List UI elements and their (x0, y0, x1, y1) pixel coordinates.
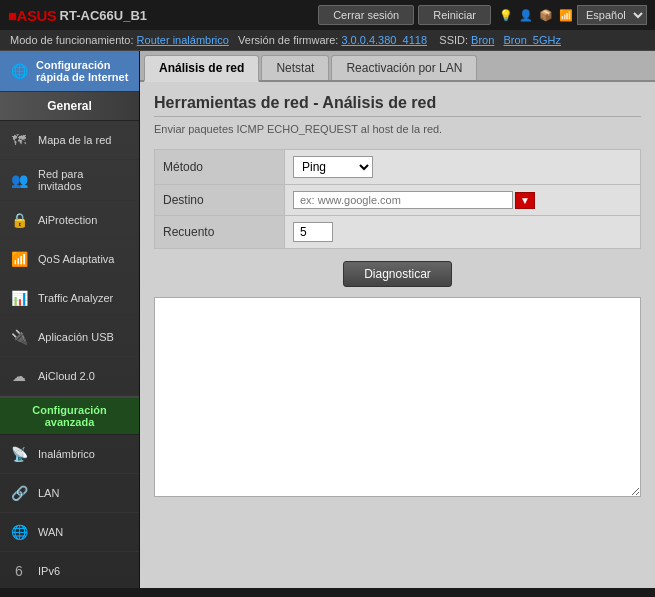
metodo-select[interactable]: Ping (293, 156, 373, 178)
top-bar: ■ASUS RT-AC66U_B1 Cerrar sesión Reinicia… (0, 0, 655, 30)
ssid-prefix: SSID: (439, 34, 468, 46)
diag-btn-wrapper: Diagnosticar (154, 261, 641, 287)
quick-label: Configuraciónrápida de Internet (36, 59, 128, 83)
wan-icon: 🌐 (8, 521, 30, 543)
mode-prefix: Modo de funcionamiento: (10, 34, 134, 46)
inalambrico-label: Inalámbrico (38, 448, 95, 460)
mapa-label: Mapa de la red (38, 134, 111, 146)
sidebar: 🌐 Configuraciónrápida de Internet Genera… (0, 51, 140, 588)
quick-icon: 🌐 (8, 60, 30, 82)
diagnosticar-button[interactable]: Diagnosticar (343, 261, 452, 287)
page-subtitle: Enviar paquetes ICMP ECHO_REQUEST al hos… (154, 123, 641, 135)
traffic-label: Traffic Analyzer (38, 292, 113, 304)
recuento-row: Recuento (155, 216, 641, 249)
content-area: Análisis de red Netstat Reactivación por… (140, 51, 655, 588)
language-select[interactable]: Español (577, 5, 647, 25)
aiprotection-icon: 🔒 (8, 209, 30, 231)
asus-logo: ■ASUS (8, 7, 56, 24)
lan-label: LAN (38, 487, 59, 499)
output-textarea[interactable] (154, 297, 641, 497)
destino-label: Destino (155, 185, 285, 216)
app-icon[interactable]: 💡 (499, 9, 513, 22)
sidebar-item-lan[interactable]: 🔗 LAN (0, 474, 139, 513)
destino-input[interactable] (293, 191, 513, 209)
info-bar: Modo de funcionamiento: Router inalámbri… (0, 30, 655, 51)
qos-label: QoS Adaptativa (38, 253, 114, 265)
recuento-input[interactable] (293, 222, 333, 242)
tab-bar: Análisis de red Netstat Reactivación por… (140, 51, 655, 82)
metodo-input-cell: Ping (285, 150, 641, 185)
page-content: Herramientas de red - Análisis de red En… (140, 82, 655, 588)
page-title: Herramientas de red - Análisis de red (154, 94, 641, 117)
recuento-input-cell (285, 216, 641, 249)
sidebar-item-qos[interactable]: 📶 QoS Adaptativa (0, 240, 139, 279)
mapa-icon: 🗺 (8, 129, 30, 151)
metodo-label: Método (155, 150, 285, 185)
sidebar-item-invitados[interactable]: 👥 Red parainvitados (0, 160, 139, 201)
aicloud-icon: ☁ (8, 365, 30, 387)
qos-icon: 📶 (8, 248, 30, 270)
tab-reactivacion[interactable]: Reactivación por LAN (331, 55, 477, 80)
sidebar-item-inalambrico[interactable]: 📡 Inalámbrico (0, 435, 139, 474)
mode-link[interactable]: Router inalámbrico (137, 34, 229, 46)
sidebar-item-quick[interactable]: 🌐 Configuraciónrápida de Internet (0, 51, 139, 92)
invitados-icon: 👥 (8, 169, 30, 191)
destino-dropdown-button[interactable]: ▼ (515, 192, 535, 209)
tab-analisis[interactable]: Análisis de red (144, 55, 259, 82)
sidebar-adv-header: Configuración avanzada (0, 396, 139, 435)
ipv6-label: IPv6 (38, 565, 60, 577)
sidebar-item-mapa[interactable]: 🗺 Mapa de la red (0, 121, 139, 160)
sidebar-item-wan[interactable]: 🌐 WAN (0, 513, 139, 552)
fw-prefix: Versión de firmware: (238, 34, 338, 46)
invitados-label: Red parainvitados (38, 168, 83, 192)
sidebar-general-header[interactable]: General (0, 92, 139, 121)
aicloud-label: AiCloud 2.0 (38, 370, 95, 382)
destino-input-cell: ▼ (285, 185, 641, 216)
fw-version-link[interactable]: 3.0.0.4.380_4118 (341, 34, 427, 46)
dest-wrapper: ▼ (293, 191, 632, 209)
signal-icon[interactable]: 📶 (559, 9, 573, 22)
recuento-label: Recuento (155, 216, 285, 249)
destino-row: Destino ▼ (155, 185, 641, 216)
inalambrico-icon: 📡 (8, 443, 30, 465)
usb-label: Aplicación USB (38, 331, 114, 343)
reiniciar-button[interactable]: Reiniciar (418, 5, 491, 25)
user-icon[interactable]: 👤 (519, 9, 533, 22)
lan-icon: 🔗 (8, 482, 30, 504)
ssid-2g-link[interactable]: Bron (471, 34, 494, 46)
tab-netstat[interactable]: Netstat (261, 55, 329, 80)
aiprotection-label: AiProtection (38, 214, 97, 226)
ssid-5g-link[interactable]: Bron_5GHz (504, 34, 561, 46)
model-name: RT-AC66U_B1 (60, 8, 147, 23)
top-icons: 💡 👤 📦 📶 (499, 9, 573, 22)
wan-label: WAN (38, 526, 63, 538)
sidebar-item-traffic[interactable]: 📊 Traffic Analyzer (0, 279, 139, 318)
ipv6-icon: 6 (8, 560, 30, 582)
metodo-row: Método Ping (155, 150, 641, 185)
sidebar-item-usb[interactable]: 🔌 Aplicación USB (0, 318, 139, 357)
main-layout: 🌐 Configuraciónrápida de Internet Genera… (0, 51, 655, 588)
traffic-icon: 📊 (8, 287, 30, 309)
cerrar-sesion-button[interactable]: Cerrar sesión (318, 5, 414, 25)
sidebar-item-ipv6[interactable]: 6 IPv6 (0, 552, 139, 588)
sidebar-item-aicloud[interactable]: ☁ AiCloud 2.0 (0, 357, 139, 396)
usb-app-icon: 🔌 (8, 326, 30, 348)
form-table: Método Ping Destino ▼ (154, 149, 641, 249)
usb-icon[interactable]: 📦 (539, 9, 553, 22)
sidebar-item-aiprotection[interactable]: 🔒 AiProtection (0, 201, 139, 240)
